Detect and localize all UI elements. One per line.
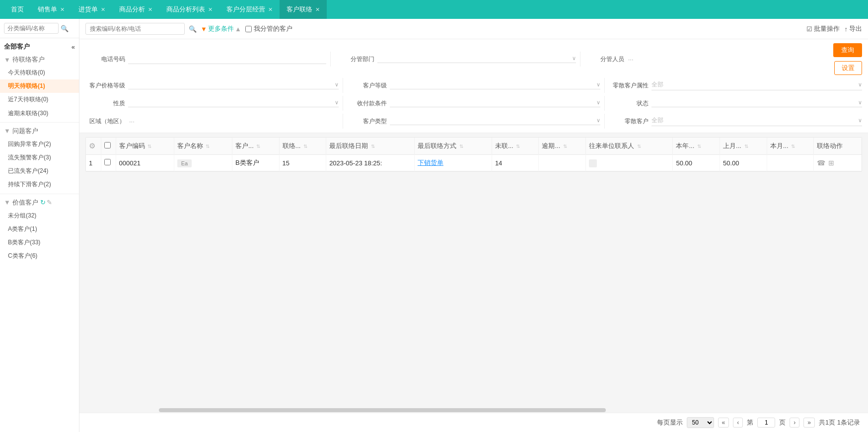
select-all-checkbox[interactable] bbox=[104, 142, 111, 148]
retail-attr-select[interactable]: 全部 ∨ bbox=[651, 80, 862, 90]
cell-company-contact bbox=[586, 155, 673, 171]
sidebar-item-class-b[interactable]: B类客户(33) bbox=[0, 236, 79, 249]
area-ellipsis-btn[interactable]: ··· bbox=[129, 118, 135, 125]
close-purchase-order-icon[interactable]: ✕ bbox=[101, 6, 105, 13]
content-area: 🔍 ▼ 更多条件 ▲ 我分管的客户 ☑ 批量操作 ↑ 导出 bbox=[79, 19, 868, 432]
sidebar-item-today-contact[interactable]: 今天待联络(0) bbox=[0, 66, 79, 79]
sidebar-search-input[interactable] bbox=[4, 23, 59, 34]
prev-page-btn[interactable]: ‹ bbox=[733, 418, 743, 428]
th-last-method[interactable]: 最后联络方式 ⇅ bbox=[414, 138, 492, 155]
row-checkbox[interactable] bbox=[104, 159, 111, 165]
sidebar-item-class-c[interactable]: C类客户(6) bbox=[0, 249, 79, 263]
sidebar-item-churned[interactable]: 已流失客户(24) bbox=[0, 164, 79, 178]
sidebar-item-tomorrow-contact[interactable]: 明天待联络(1) bbox=[0, 79, 79, 93]
retail-customer-select[interactable]: 全部 ∨ bbox=[651, 116, 862, 126]
nature-select[interactable]: ∨ bbox=[128, 99, 339, 107]
sidebar-group-pending: ▼ 待联络客户 bbox=[0, 53, 79, 66]
sort-date-icon: ⇅ bbox=[371, 144, 375, 149]
contact-phone-icon[interactable]: ☎ bbox=[817, 159, 825, 167]
nav-sales-order[interactable]: 销售单 ✕ bbox=[31, 0, 72, 19]
table-settings-gear-icon[interactable]: ⚙ bbox=[89, 142, 95, 150]
person-ellipsis-btn[interactable]: ··· bbox=[628, 56, 634, 63]
th-contact[interactable]: 联络... ⇅ bbox=[279, 138, 326, 155]
close-customer-tier-icon[interactable]: ✕ bbox=[268, 6, 273, 13]
th-this-year[interactable]: 本年... ⇅ bbox=[673, 138, 720, 155]
area-field: 区域（地区） ··· bbox=[85, 117, 339, 126]
price-level-select[interactable]: ∨ bbox=[128, 81, 339, 89]
nav-home[interactable]: 首页 bbox=[4, 0, 31, 19]
phone-input[interactable] bbox=[128, 55, 326, 64]
sidebar-item-churn-warning[interactable]: 流失预警客户(3) bbox=[0, 151, 79, 164]
export-btn[interactable]: ↑ 导出 bbox=[845, 24, 863, 33]
page-size-select[interactable]: 50 20 100 bbox=[687, 417, 714, 428]
th-last-date[interactable]: 最后联络日期 ⇅ bbox=[326, 138, 415, 155]
search-input[interactable] bbox=[85, 23, 185, 35]
adv-filter-row-3: 性质 ∨ 收付款条件 ∨ 状态 bbox=[85, 96, 862, 111]
value-customer-refresh-icon[interactable]: ↻ bbox=[40, 199, 46, 206]
page-unit: 页 bbox=[779, 418, 786, 427]
more-conditions-btn[interactable]: ▼ 更多条件 ▲ bbox=[201, 24, 241, 33]
scrollbar-thumb[interactable] bbox=[159, 408, 606, 412]
retail-attr-chevron-icon: ∨ bbox=[858, 81, 862, 88]
th-checkbox bbox=[101, 138, 116, 155]
status-select[interactable]: ∨ bbox=[651, 99, 862, 107]
horizontal-scrollbar[interactable] bbox=[79, 408, 868, 413]
sidebar-item-declining[interactable]: 持续下滑客户(2) bbox=[0, 178, 79, 191]
nav-product-analysis-list[interactable]: 商品分析列表 ✕ bbox=[159, 0, 219, 19]
customer-type-select[interactable]: ∨ bbox=[390, 117, 600, 125]
th-no-contact[interactable]: 未联... ⇅ bbox=[492, 138, 539, 155]
sidebar-all-customers[interactable]: 全部客户 « bbox=[0, 38, 79, 53]
last-method-link[interactable]: 下销货单 bbox=[418, 159, 443, 166]
th-settings[interactable]: ⚙ bbox=[86, 138, 101, 155]
settings-button[interactable]: 设置 bbox=[834, 61, 862, 75]
sidebar-item-class-a[interactable]: A类客户(1) bbox=[0, 222, 79, 236]
nav-customer-tier[interactable]: 客户分层经营 ✕ bbox=[219, 0, 280, 19]
close-product-analysis-icon[interactable]: ✕ bbox=[148, 6, 152, 13]
sidebar: 🔍 全部客户 « ▼ 待联络客户 今天待联络(0) 明天待联络(1) 近7天待联… bbox=[0, 19, 79, 432]
person-label: 分管人员 bbox=[584, 55, 624, 64]
contact-grid-icon[interactable]: ⊞ bbox=[828, 159, 834, 167]
cell-no-contact: 14 bbox=[492, 155, 539, 171]
sidebar-item-overdue-contact[interactable]: 逾期未联络(30) bbox=[0, 107, 79, 120]
customer-table: ⚙ 客户编码 ⇅ 客户名称 ⇅ bbox=[86, 138, 862, 171]
sidebar-collapse-icon[interactable]: « bbox=[72, 43, 75, 51]
batch-operation-btn[interactable]: ☑ 批量操作 bbox=[806, 24, 840, 33]
sidebar-search-icon[interactable]: 🔍 bbox=[61, 25, 69, 32]
th-customer-code[interactable]: 客户编码 ⇅ bbox=[116, 138, 174, 155]
search-icon[interactable]: 🔍 bbox=[189, 25, 197, 33]
cell-customer-name: Ea bbox=[174, 155, 232, 171]
my-customers-checkbox[interactable] bbox=[245, 26, 252, 32]
first-page-btn[interactable]: « bbox=[718, 418, 729, 428]
value-customer-edit-icon[interactable]: ✎ bbox=[47, 199, 52, 206]
page-size-label: 每页显示 bbox=[657, 418, 683, 427]
retail-customer-field: 零散客户 全部 ∨ bbox=[609, 116, 862, 126]
nav-customer-contact[interactable]: 客户联络 ✕ bbox=[280, 0, 327, 19]
phone-filter-field: 电话号码 bbox=[85, 55, 326, 64]
sidebar-search-area: 🔍 bbox=[0, 19, 79, 38]
page-input[interactable] bbox=[757, 418, 775, 428]
th-customer-class[interactable]: 客户... ⇅ bbox=[232, 138, 279, 155]
customer-level-select[interactable]: ∨ bbox=[390, 81, 600, 89]
close-customer-contact-icon[interactable]: ✕ bbox=[315, 6, 320, 13]
query-button[interactable]: 查询 bbox=[833, 43, 862, 57]
dept-select[interactable]: ∨ bbox=[377, 55, 576, 63]
nav-purchase-order[interactable]: 进货单 ✕ bbox=[72, 0, 112, 19]
customer-level-field: 客户等级 ∨ bbox=[347, 81, 600, 90]
sidebar-item-7days-contact[interactable]: 近7天待联络(0) bbox=[0, 93, 79, 106]
th-this-month[interactable]: 本月... ⇅ bbox=[767, 138, 814, 155]
th-overdue[interactable]: 逾期... ⇅ bbox=[539, 138, 586, 155]
status-chevron-icon: ∨ bbox=[858, 99, 862, 106]
nav-product-analysis[interactable]: 商品分析 ✕ bbox=[112, 0, 159, 19]
customer-level-chevron-icon: ∨ bbox=[596, 81, 600, 88]
sort-this-year-icon: ⇅ bbox=[697, 144, 701, 149]
th-company-contact[interactable]: 往来单位联系人 ⇅ bbox=[586, 138, 673, 155]
payment-select[interactable]: ∨ bbox=[390, 99, 600, 107]
last-page-btn[interactable]: » bbox=[803, 418, 815, 428]
sidebar-item-repurchase-abnormal[interactable]: 回购异常客户(2) bbox=[0, 138, 79, 151]
sidebar-item-ungrouped[interactable]: 未分组(32) bbox=[0, 209, 79, 222]
close-product-analysis-list-icon[interactable]: ✕ bbox=[208, 6, 213, 13]
next-page-btn[interactable]: › bbox=[790, 418, 799, 428]
th-last-month[interactable]: 上月... ⇅ bbox=[720, 138, 767, 155]
th-customer-name[interactable]: 客户名称 ⇅ bbox=[174, 138, 232, 155]
close-sales-order-icon[interactable]: ✕ bbox=[60, 6, 65, 13]
